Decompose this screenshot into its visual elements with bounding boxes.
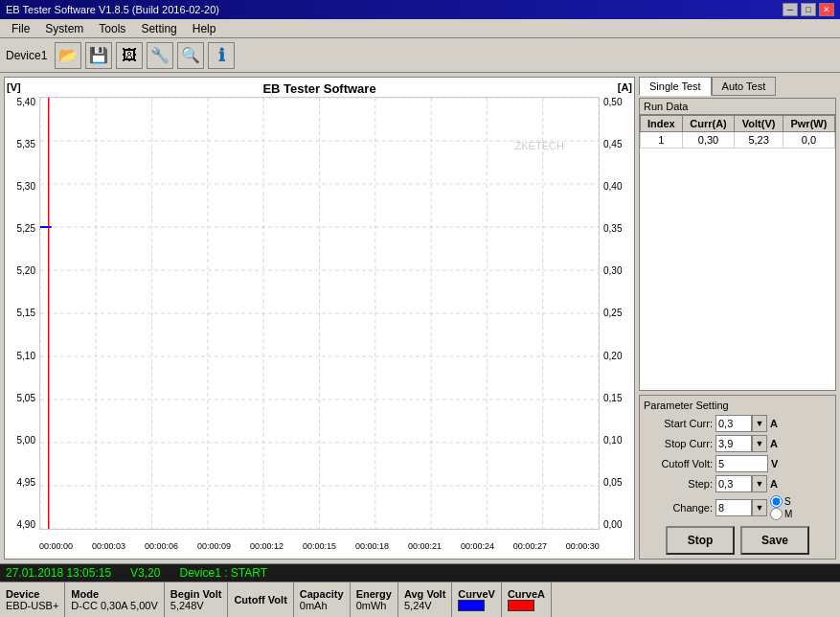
menu-bar: File System Tools Setting Help bbox=[0, 19, 840, 38]
chart-area: EB Tester Software [V] [A] 5,40 5,35 5,3… bbox=[4, 77, 635, 560]
menu-file[interactable]: File bbox=[4, 20, 37, 37]
status-energy-cell: Energy 0mWh bbox=[351, 583, 398, 617]
close-button[interactable]: ✕ bbox=[819, 3, 834, 16]
change-row: Change: ▼ S M bbox=[644, 495, 831, 520]
chart-svg: ZKETECH bbox=[40, 98, 599, 529]
cell-volt: 5,23 bbox=[735, 132, 783, 149]
menu-setting[interactable]: Setting bbox=[133, 20, 184, 37]
step-input[interactable] bbox=[715, 475, 752, 492]
cell-curr: 0,30 bbox=[682, 132, 735, 149]
status-device-header: Device bbox=[6, 588, 58, 600]
cutoff-volt-unit: V bbox=[771, 458, 778, 469]
chart-watermark: ZKETECH bbox=[515, 140, 564, 151]
stop-curr-unit: A bbox=[770, 438, 778, 449]
radio-m[interactable] bbox=[770, 508, 783, 520]
status-version: V3,20 bbox=[130, 566, 160, 580]
status-cutoff-volt-header: Cutoff Volt bbox=[234, 594, 286, 606]
col-pwr: Pwr(W) bbox=[783, 116, 834, 132]
status-curve-a-header: CurveA bbox=[508, 588, 545, 600]
status-avg-volt-header: Avg Volt bbox=[404, 588, 445, 600]
radio-m-item: M bbox=[770, 508, 792, 520]
run-data-table: Index Curr(A) Volt(V) Pwr(W) 1 0,30 5,23… bbox=[640, 115, 835, 149]
curve-v-swatch bbox=[458, 600, 485, 611]
stop-curr-input[interactable] bbox=[715, 435, 752, 452]
status-device-cell: Device EBD-USB+ bbox=[0, 583, 65, 617]
start-curr-row: Start Curr: ▼ A bbox=[644, 415, 831, 432]
run-data-section: Run Data Index Curr(A) Volt(V) Pwr(W) 1 bbox=[639, 98, 836, 391]
info-button[interactable]: ℹ bbox=[208, 42, 235, 69]
change-dropdown[interactable]: ▼ bbox=[752, 499, 767, 516]
step-row: Step: ▼ A bbox=[644, 475, 831, 492]
status-cutoff-volt-cell: Cutoff Volt bbox=[228, 583, 293, 617]
status-curve-a-cell: CurveA bbox=[502, 583, 552, 617]
y-axis-right: 0,50 0,45 0,40 0,35 0,30 0,25 0,20 0,15 … bbox=[603, 97, 632, 530]
stop-curr-row: Stop Curr: ▼ A bbox=[644, 435, 831, 452]
save-button[interactable]: Save bbox=[740, 526, 809, 555]
status-capacity-cell: Capacity 0mAh bbox=[294, 583, 351, 617]
device-label: Device1 bbox=[6, 49, 47, 62]
maximize-button[interactable]: □ bbox=[801, 3, 816, 16]
start-curr-input[interactable] bbox=[715, 415, 752, 432]
status-datetime: 27.01.2018 13:05:15 bbox=[6, 566, 111, 580]
param-title: Parameter Setting bbox=[644, 400, 831, 411]
status-mode-header: Mode bbox=[71, 588, 158, 600]
chart-plot-area: ZKETECH bbox=[39, 97, 600, 530]
status-avg-volt-cell: Avg Volt 5,24V bbox=[398, 583, 452, 617]
title-bar: EB Tester Software V1.8.5 (Build 2016-02… bbox=[0, 0, 840, 19]
window-title: EB Tester Software V1.8.5 (Build 2016-02… bbox=[6, 4, 219, 15]
col-index: Index bbox=[641, 116, 683, 132]
start-curr-label: Start Curr: bbox=[644, 418, 713, 429]
cell-index: 1 bbox=[641, 132, 683, 149]
change-input[interactable] bbox=[715, 499, 752, 516]
status-device-value: EBD-USB+ bbox=[6, 600, 58, 611]
stop-button[interactable]: Stop bbox=[666, 526, 735, 555]
table-row: 1 0,30 5,23 0,0 bbox=[641, 132, 835, 149]
y-axis-left-label: [V] bbox=[7, 81, 21, 93]
settings-button[interactable]: 🔧 bbox=[147, 42, 173, 69]
status-mode-value: D-CC 0,30A 5,00V bbox=[71, 600, 158, 611]
tab-single-test[interactable]: Single Test bbox=[639, 77, 712, 96]
x-axis: 00:00:00 00:00:03 00:00:06 00:00:09 00:0… bbox=[39, 541, 600, 551]
search-button[interactable]: 🔍 bbox=[177, 42, 204, 69]
image-button[interactable]: 🖼 bbox=[116, 42, 143, 69]
right-panel: Single Test Auto Test Run Data Index Cur… bbox=[639, 73, 840, 563]
change-radio-group: S M bbox=[770, 495, 792, 520]
status-table-row: Device EBD-USB+ Mode D-CC 0,30A 5,00V Be… bbox=[0, 582, 840, 617]
menu-help[interactable]: Help bbox=[185, 20, 224, 37]
start-curr-dropdown[interactable]: ▼ bbox=[752, 415, 767, 432]
tabs: Single Test Auto Test bbox=[639, 77, 836, 96]
cutoff-volt-label: Cutoff Volt: bbox=[644, 458, 713, 469]
start-curr-unit: A bbox=[770, 418, 778, 429]
status-energy-value: 0mWh bbox=[356, 600, 392, 611]
save-toolbar-button[interactable]: 💾 bbox=[85, 42, 112, 69]
run-data-label: Run Data bbox=[640, 99, 835, 115]
status-avg-volt-value: 5,24V bbox=[404, 600, 445, 611]
menu-system[interactable]: System bbox=[37, 20, 91, 37]
status-mode-cell: Mode D-CC 0,30A 5,00V bbox=[65, 583, 165, 617]
step-unit: A bbox=[770, 478, 778, 490]
tab-auto-test[interactable]: Auto Test bbox=[712, 77, 777, 96]
status-capacity-header: Capacity bbox=[300, 588, 344, 600]
radio-s[interactable] bbox=[770, 495, 783, 508]
main-content: EB Tester Software [V] [A] 5,40 5,35 5,3… bbox=[0, 73, 840, 563]
status-begin-volt-header: Begin Volt bbox=[170, 588, 222, 600]
col-volt: Volt(V) bbox=[735, 116, 783, 132]
step-dropdown[interactable]: ▼ bbox=[752, 475, 767, 492]
cutoff-volt-input[interactable] bbox=[715, 455, 768, 472]
stop-curr-dropdown[interactable]: ▼ bbox=[752, 435, 767, 452]
radio-m-label: M bbox=[784, 509, 792, 519]
toolbar: Device1 📂 💾 🖼 🔧 🔍 ℹ bbox=[0, 38, 840, 73]
curve-a-swatch bbox=[508, 600, 534, 611]
minimize-button[interactable]: ─ bbox=[783, 3, 798, 16]
status-device: Device1 : START bbox=[179, 566, 267, 580]
param-section: Parameter Setting Start Curr: ▼ A Stop C… bbox=[639, 395, 836, 560]
radio-s-label: S bbox=[784, 496, 791, 507]
cutoff-volt-row: Cutoff Volt: V bbox=[644, 455, 831, 472]
step-label: Step: bbox=[644, 478, 713, 490]
status-curve-v-header: CurveV bbox=[458, 588, 495, 600]
open-button[interactable]: 📂 bbox=[55, 42, 81, 69]
menu-tools[interactable]: Tools bbox=[91, 20, 133, 37]
col-curr: Curr(A) bbox=[682, 116, 735, 132]
stop-curr-label: Stop Curr: bbox=[644, 438, 713, 449]
y-axis-left: 5,40 5,35 5,30 5,25 5,20 5,15 5,10 5,05 … bbox=[7, 97, 35, 530]
